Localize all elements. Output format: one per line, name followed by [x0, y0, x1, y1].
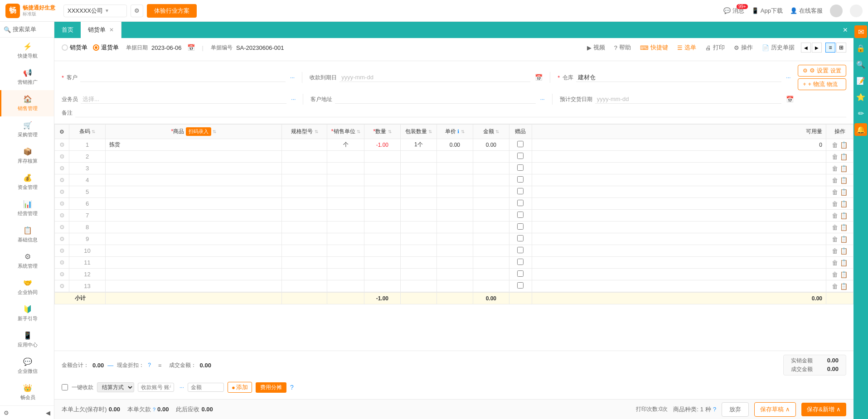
copy-icon[interactable]: 📋 [840, 188, 848, 196]
cell-product[interactable] [106, 163, 282, 174]
cell-product[interactable] [106, 257, 282, 269]
notes-input[interactable] [75, 108, 846, 117]
cell-unit[interactable]: 个 [327, 139, 364, 151]
cell-barcode[interactable]: 8 [69, 222, 106, 233]
cell-product[interactable] [106, 245, 282, 257]
cell-spec[interactable] [282, 151, 327, 163]
product-sort-icon[interactable]: ⇅ [213, 129, 216, 134]
cell-qty[interactable]: -1.00 [364, 139, 400, 151]
trial-button[interactable]: 体验行业方案 [147, 4, 197, 18]
cell-product[interactable] [106, 174, 282, 186]
sidebar-item-inventory[interactable]: 📦 库存核算 [0, 143, 54, 169]
cell-qty[interactable] [364, 163, 400, 174]
sidebar-item-marketing[interactable]: 📢 营销推广 [0, 64, 54, 90]
doc-debt-help-icon[interactable]: ? [153, 407, 155, 412]
cell-unit[interactable] [327, 269, 364, 280]
cell-gear[interactable]: ⚙ [55, 174, 69, 186]
cell-barcode[interactable]: 4 [69, 174, 106, 186]
delete-icon[interactable]: 🗑 [832, 200, 838, 207]
copy-icon[interactable]: 📋 [840, 200, 848, 207]
warehouse-more-icon[interactable]: ··· [786, 74, 790, 81]
delete-icon[interactable]: 🗑 [832, 271, 838, 278]
discount-dash-icon[interactable]: — [107, 362, 113, 369]
cell-unit[interactable] [327, 245, 364, 257]
cell-amount[interactable] [473, 269, 509, 280]
cell-unit-price[interactable] [436, 174, 473, 186]
save-new-button[interactable]: 保存&新增 ∧ [801, 403, 846, 416]
cell-unit[interactable] [327, 174, 364, 186]
cell-gift[interactable] [509, 186, 532, 198]
sidebar-item-wechat[interactable]: 💬 企业微信 [0, 353, 54, 379]
barcode-sort-icon[interactable]: ⇅ [92, 129, 95, 134]
cell-gift[interactable] [509, 233, 532, 245]
cell-pkg-qty[interactable] [400, 210, 436, 222]
form-logistics-btn[interactable]: + + 物流物流 [798, 78, 846, 90]
cell-gift[interactable] [509, 222, 532, 233]
cell-pkg-qty[interactable] [400, 257, 436, 269]
print-btn[interactable]: 🖨 打印 [703, 43, 727, 53]
collection-date-calendar-icon[interactable]: 📅 [535, 74, 543, 81]
cell-spec[interactable] [282, 198, 327, 210]
sidebar-item-purchase[interactable]: 🛒 采购管理 [0, 116, 54, 143]
cell-gear[interactable]: ⚙ [55, 222, 69, 233]
cell-product[interactable] [106, 233, 282, 245]
cell-qty[interactable] [364, 186, 400, 198]
product-type-help-icon[interactable]: ? [713, 406, 716, 413]
delete-icon[interactable]: 🗑 [832, 247, 838, 255]
delete-icon[interactable]: 🗑 [832, 165, 838, 172]
cell-amount[interactable] [473, 245, 509, 257]
cell-spec[interactable] [282, 163, 327, 174]
cell-gear[interactable]: ⚙ [55, 280, 69, 293]
cell-gear[interactable]: ⚙ [55, 151, 69, 163]
unit-price-sort-icon[interactable]: ⇅ [461, 129, 465, 134]
cell-unit[interactable] [327, 222, 364, 233]
cell-gift[interactable] [509, 280, 532, 293]
copy-icon[interactable]: 📋 [840, 271, 848, 278]
settings-btn[interactable]: ⚙ [131, 5, 143, 17]
cell-spec[interactable] [282, 257, 327, 269]
cell-qty[interactable] [364, 280, 400, 293]
cell-amount[interactable]: 0.00 [473, 139, 509, 151]
user-avatar-2[interactable] [850, 5, 863, 17]
cell-pkg-qty[interactable] [400, 198, 436, 210]
sidebar-settings-icon[interactable]: ⚙ [4, 409, 9, 416]
copy-icon[interactable]: 📋 [840, 153, 848, 160]
payment-account-more-icon[interactable]: ··· [179, 384, 184, 390]
cell-gear[interactable]: ⚙ [55, 245, 69, 257]
cell-gift[interactable] [509, 139, 532, 151]
form-settings-btn[interactable]: ⚙ ⚙ 设置设置 [798, 65, 846, 77]
sidebar-item-sales[interactable]: 🏠 销售管理 [0, 90, 54, 116]
date-calendar-icon[interactable]: 📅 [187, 44, 195, 51]
cell-amount[interactable] [473, 233, 509, 245]
company-selector[interactable]: XXXXXX公司 ▼ [63, 5, 127, 17]
cell-unit[interactable] [327, 151, 364, 163]
cell-qty[interactable] [364, 245, 400, 257]
cell-gift[interactable] [509, 163, 532, 174]
sidebar-item-app-center[interactable]: 📱 应用中心 [0, 327, 54, 353]
unit-sort-icon[interactable]: ⇅ [357, 129, 360, 134]
cell-amount[interactable] [473, 163, 509, 174]
cell-barcode[interactable]: 12 [69, 269, 106, 280]
cell-gear[interactable]: ⚙ [55, 186, 69, 198]
user-avatar[interactable] [830, 5, 843, 17]
cell-pkg-qty[interactable] [400, 174, 436, 186]
cell-pkg-qty[interactable] [400, 233, 436, 245]
cell-product[interactable] [106, 186, 282, 198]
cell-unit-price[interactable] [436, 233, 473, 245]
cell-product[interactable] [106, 198, 282, 210]
cell-pkg-qty[interactable] [400, 245, 436, 257]
right-panel-icon-2[interactable]: 🔍 [854, 58, 867, 71]
cell-unit[interactable] [327, 257, 364, 269]
cell-product[interactable] [106, 222, 282, 233]
cell-barcode[interactable]: 6 [69, 198, 106, 210]
sidebar-item-quick-nav[interactable]: ⚡ 快捷导航 [0, 38, 54, 64]
delete-icon[interactable]: 🗑 [832, 141, 838, 149]
cell-unit-price[interactable] [436, 280, 473, 293]
payment-method-select[interactable]: 结算方式 [97, 382, 134, 392]
sidebar-collapse-icon[interactable]: ◀ [46, 409, 50, 416]
cell-gear[interactable]: ⚙ [55, 163, 69, 174]
tab-close-all[interactable]: ✕ [837, 26, 853, 34]
spec-sort-icon[interactable]: ⇅ [315, 129, 318, 134]
delete-icon[interactable]: 🗑 [832, 177, 838, 184]
cell-spec[interactable] [282, 186, 327, 198]
